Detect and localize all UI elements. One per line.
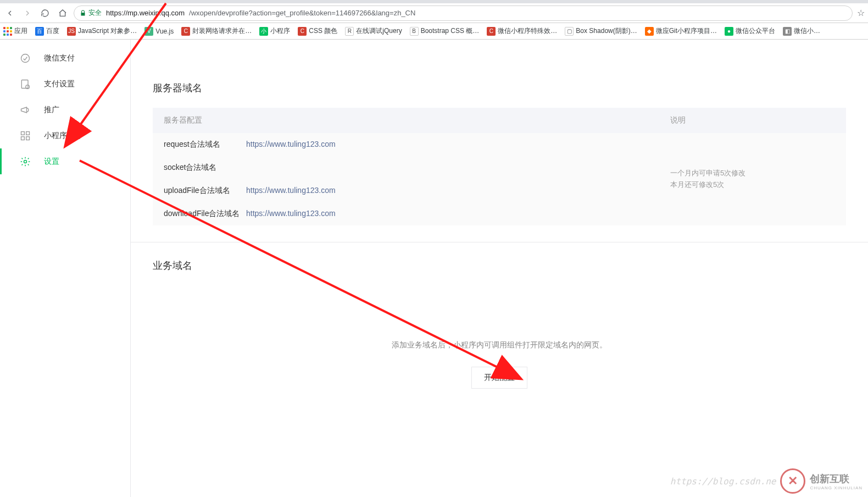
bookmark-label: 在线调试jQuery — [356, 26, 402, 36]
bookmark-label: 微信小… — [794, 26, 820, 36]
gear-icon — [20, 156, 31, 167]
bookmark-label: 百度 — [46, 26, 59, 36]
row-label: socket合法域名 — [164, 163, 246, 173]
bookmark-item[interactable]: C微信小程序特殊效… — [487, 26, 557, 36]
bookmark-item[interactable]: ●微信公众平台 — [725, 26, 775, 36]
watermark-brand: 创新互联 — [810, 473, 849, 484]
biz-tip: 添加业务域名后，小程序内可调用组件打开限定域名内的网页。 — [153, 340, 846, 350]
main-content: 服务器域名 服务器配置 说明 request合法域名 https://www.t… — [131, 40, 868, 497]
bookmark-item[interactable]: ▢Box Shadow(阴影)… — [565, 26, 637, 36]
bookmark-label: 微信公众平台 — [736, 26, 775, 36]
desc-column: 一个月内可申请5次修改 本月还可修改5次 — [670, 133, 835, 225]
reload-button[interactable] — [38, 7, 52, 20]
bookmark-label: 小程序 — [270, 26, 290, 36]
svg-point-7 — [24, 160, 27, 163]
row-value: https://www.tuling123.com — [246, 140, 670, 150]
bookmark-item[interactable]: C封装网络请求并在… — [181, 26, 252, 36]
secure-label: 安全 — [88, 8, 102, 18]
address-bar[interactable]: 安全 https://mp.weixin.qq.com/wxopen/devpr… — [74, 5, 853, 21]
favicon-icon: 小 — [259, 27, 268, 36]
bookmark-item[interactable]: 百百度 — [35, 26, 59, 36]
bookmark-label: 封装网络请求并在… — [192, 26, 252, 36]
desc-line: 一个月内可申请5次修改 — [670, 168, 835, 179]
browser-toolbar: 安全 https://mp.weixin.qq.com/wxopen/devpr… — [0, 3, 868, 23]
row-value: https://www.tuling123.com — [246, 209, 670, 219]
sidebar-item-label: 小程序插件 — [44, 131, 82, 141]
business-domain-section: 业务域名 添加业务域名后，小程序内可调用组件打开限定域名内的网页。 开始配置 — [131, 242, 868, 427]
bookmarks-bar: 应用 百百度 JSJavaScript 对象参… VVue.js C封装网络请求… — [0, 23, 868, 40]
favicon-icon: C — [181, 27, 190, 36]
megaphone-icon — [20, 104, 31, 115]
bookmark-label: CSS 颜色 — [309, 26, 337, 36]
favicon-icon: JS — [67, 27, 76, 36]
sidebar-item-paysetting[interactable]: 支付设置 — [0, 71, 130, 97]
svg-rect-6 — [26, 136, 30, 140]
apps-button[interactable]: 应用 — [3, 26, 27, 36]
url-path: /wxopen/devprofile?action=get_profile&to… — [189, 9, 415, 17]
favicon-icon: ◆ — [645, 27, 654, 36]
url-host: https://mp.weixin.qq.com — [106, 9, 185, 17]
watermark-brand-en: CHUANG XINHULIAN — [810, 485, 863, 490]
table-row: uploadFile合法域名 https://www.tuling123.com — [164, 179, 670, 202]
row-value: https://www.tuling123.com — [246, 186, 670, 196]
sidebar-item-label: 支付设置 — [44, 79, 75, 89]
bookmark-label: Vue.js — [155, 27, 174, 35]
bookmark-label: JavaScript 对象参… — [78, 26, 137, 36]
favicon-icon: C — [298, 27, 307, 36]
watermark: https://blog.csdn.ne ✕ 创新互联 CHUANG XINHU… — [670, 468, 863, 494]
table-row: socket合法域名 — [164, 156, 670, 179]
sidebar-item-settings[interactable]: 设置 — [0, 148, 130, 174]
bookmark-label: Box Shadow(阴影)… — [576, 26, 637, 36]
apps-icon — [3, 27, 12, 36]
favicon-icon: ◧ — [783, 27, 792, 36]
forward-button[interactable] — [21, 7, 34, 20]
svg-point-0 — [21, 54, 30, 62]
paysetting-icon — [20, 79, 31, 90]
bookmark-item[interactable]: CCSS 颜色 — [298, 26, 337, 36]
home-button[interactable] — [56, 7, 69, 20]
table-header: 服务器配置 说明 — [153, 108, 846, 133]
svg-rect-3 — [21, 131, 25, 135]
wechatpay-icon — [20, 53, 31, 64]
bookmark-star-icon[interactable]: ☆ — [857, 8, 865, 18]
favicon-icon: V — [144, 27, 153, 36]
bookmark-label: 微信小程序特殊效… — [498, 26, 557, 36]
lock-icon: 安全 — [80, 8, 102, 18]
desc-line: 本月还可修改5次 — [670, 179, 835, 191]
favicon-icon: ● — [725, 27, 733, 36]
row-label: downloadFile合法域名 — [164, 209, 246, 219]
bookmark-item[interactable]: ◆微应Git小程序项目… — [645, 26, 717, 36]
server-domain-table: 服务器配置 说明 request合法域名 https://www.tuling1… — [153, 108, 846, 225]
back-button[interactable] — [3, 7, 16, 20]
favicon-icon: ▢ — [565, 27, 574, 36]
favicon-icon: 百 — [35, 27, 44, 36]
col-header-desc: 说明 — [670, 115, 835, 125]
sidebar-item-wechatpay[interactable]: 微信支付 — [0, 45, 130, 71]
section-title: 服务器域名 — [131, 81, 868, 108]
col-header-config: 服务器配置 — [164, 115, 246, 125]
section-title: 业务域名 — [131, 259, 868, 285]
plugin-icon — [20, 130, 31, 141]
sidebar-item-label: 设置 — [44, 157, 59, 167]
bookmark-item[interactable]: VVue.js — [144, 27, 174, 36]
bookmark-item[interactable]: BBootstrap CSS 概… — [410, 26, 480, 36]
svg-rect-5 — [21, 136, 25, 140]
bookmark-item[interactable]: ◧微信小… — [783, 26, 820, 36]
watermark-logo-icon: ✕ — [780, 468, 805, 494]
row-label: request合法域名 — [164, 140, 246, 150]
sidebar-item-promotion[interactable]: 推广 — [0, 97, 130, 123]
svg-rect-1 — [21, 80, 28, 88]
bookmark-item[interactable]: 小小程序 — [259, 26, 290, 36]
bookmark-label: Bootstrap CSS 概… — [421, 26, 480, 36]
page-body: 微信支付 支付设置 推广 小程序插件 设置 — [0, 40, 868, 497]
row-label: uploadFile合法域名 — [164, 186, 246, 196]
bookmark-label: 微应Git小程序项目… — [656, 26, 717, 36]
sidebar-item-plugins[interactable]: 小程序插件 — [0, 123, 130, 148]
start-config-button[interactable]: 开始配置 — [471, 367, 527, 389]
bookmark-item[interactable]: R在线调试jQuery — [345, 26, 402, 36]
sidebar: 微信支付 支付设置 推广 小程序插件 设置 — [0, 40, 131, 497]
bookmark-item[interactable]: JSJavaScript 对象参… — [67, 26, 137, 36]
favicon-icon: R — [345, 27, 354, 36]
server-domain-section: 服务器域名 服务器配置 说明 request合法域名 https://www.t… — [131, 65, 868, 242]
watermark-url: https://blog.csdn.ne — [670, 476, 776, 487]
